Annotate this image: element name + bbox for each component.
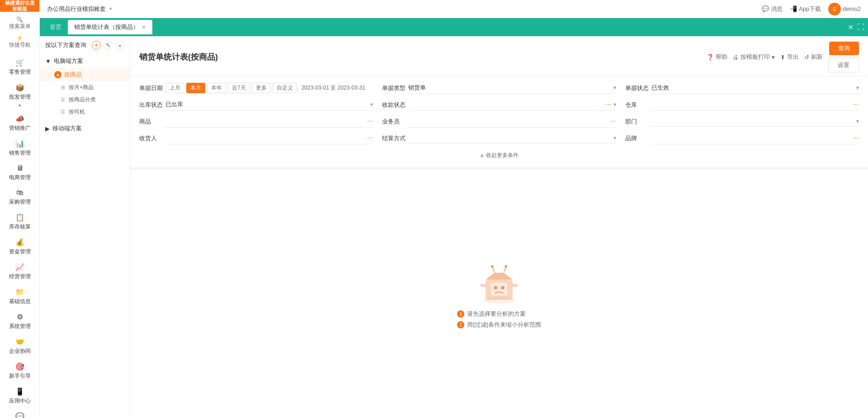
export-btn[interactable]: ⬆ 导出 xyxy=(780,53,799,61)
date-filter-item: 单据日期 上月 本月 本年 近7天 更多 自定义 2023-03-01 至 20… xyxy=(139,83,373,93)
goods-control[interactable]: ··· xyxy=(165,115,373,128)
warehouse-dots[interactable]: ··· xyxy=(853,100,859,109)
industry-label: 办公用品行业模拟账套 xyxy=(47,5,106,13)
date-custom[interactable]: 自定义 xyxy=(273,83,297,93)
svg-rect-10 xyxy=(512,284,518,287)
receiver-dots[interactable]: ··· xyxy=(367,134,373,142)
date-last-month[interactable]: 上月 xyxy=(165,83,184,93)
search-menu[interactable]: 🔍 搜索菜单 xyxy=(0,12,39,33)
payment-control[interactable]: ··· ▾ xyxy=(408,99,616,111)
sidebar-item-wholesale[interactable]: 📦 批发管理 ▲ xyxy=(0,80,39,111)
tab-close-btn[interactable]: ✕ xyxy=(142,24,146,30)
scheme-by-month-goods[interactable]: ⊞ 按月+商品 xyxy=(40,81,130,94)
brand-label: 品牌 xyxy=(625,134,648,142)
department-control[interactable]: ▾ xyxy=(651,116,859,127)
sidebar-item-collab[interactable]: 🤝 企业协同 xyxy=(0,334,39,359)
add-scheme-btn[interactable]: + xyxy=(92,41,101,50)
doc-status-control[interactable]: 已生效 ▾ xyxy=(651,82,859,94)
sidebar: 畅捷通好生意 标账版 🔍 搜索菜单 ⚡ 快捷导航 🛒 零售管理 📦 批发管理 ▲… xyxy=(0,0,40,418)
brand-item: 品牌 ··· xyxy=(625,132,859,144)
tab-bar: 首页 销货单统计表（按商品） ✕ ✕ ⛶ xyxy=(40,18,868,36)
sidebar-item-marketing[interactable]: 📣 营销推广 xyxy=(0,111,39,136)
mobile-group-header[interactable]: ▶ 移动端方案 xyxy=(40,122,130,135)
brand-dots[interactable]: ··· xyxy=(853,134,859,142)
receiver-control[interactable]: ··· xyxy=(165,132,373,144)
payment-dots[interactable]: ··· xyxy=(605,100,611,109)
sidebar-item-retail[interactable]: 🛒 零售管理 xyxy=(0,55,39,80)
collapse-filters-btn[interactable]: ∧ 收起更多条件 xyxy=(139,149,859,162)
scheme-by-goods[interactable]: ● 按商品 xyxy=(40,68,130,81)
settings-button[interactable]: 设置 xyxy=(828,58,859,72)
sidebar-item-apps[interactable]: 📱 应用中心 xyxy=(0,384,39,408)
date-this-year[interactable]: 本年 xyxy=(207,83,226,93)
user-menu[interactable]: E demo2 xyxy=(828,3,861,15)
app-download-btn[interactable]: 📲 App下载 xyxy=(790,5,821,13)
sidebar-item-guide[interactable]: 🎯 新手引导 xyxy=(0,359,39,384)
close-window-btn[interactable]: ✕ xyxy=(848,23,854,32)
hint-num-2: 2 xyxy=(457,321,464,328)
brand-control[interactable]: ··· xyxy=(651,132,859,144)
expand-window-btn[interactable]: ⛶ xyxy=(857,23,864,31)
help-icon: ❓ xyxy=(707,54,714,61)
refresh-btn[interactable]: ↺ 刷新 xyxy=(804,53,823,61)
message-btn[interactable]: 💬 消息 xyxy=(762,5,783,13)
right-panel: 销货单统计表(按商品) ❓ 帮助 🖨 按模板打印 ▾ ⬆ 导出 xyxy=(130,36,868,418)
settlement-label: 结算方式 xyxy=(382,134,406,142)
date-7days[interactable]: 近7天 xyxy=(228,83,250,93)
sidebar-item-operations[interactable]: 📈 经营管理 xyxy=(0,259,39,284)
warehouse-label: 仓库 xyxy=(625,101,648,109)
goods-dots[interactable]: ··· xyxy=(367,117,373,125)
app-logo: 畅捷通好生意 标账版 xyxy=(0,0,40,12)
sidebar-item-finance[interactable]: 💰 资金管理 xyxy=(0,234,39,259)
collapse-panel-btn[interactable]: « xyxy=(115,41,124,50)
scheme-by-category[interactable]: ☰ 按商品分类 xyxy=(40,94,130,106)
payment-arrow: ▾ xyxy=(613,101,616,108)
tab-home[interactable]: 首页 xyxy=(43,20,68,34)
sidebar-item-purchase[interactable]: 🛍 采购管理 xyxy=(0,185,39,209)
guide-icon: 🎯 xyxy=(15,362,24,371)
hint-item-2: 2 用[过滤]条件来缩小分析范围 xyxy=(457,321,541,329)
doc-type-control[interactable]: 销货单 ▾ xyxy=(408,82,616,94)
query-button[interactable]: 查询 xyxy=(829,42,859,55)
inventory-icon: 📋 xyxy=(15,213,24,222)
sidebar-item-system[interactable]: ⚙ 系统管理 xyxy=(0,309,39,334)
tab-sales-stats[interactable]: 销货单统计表（按商品） ✕ xyxy=(68,20,152,34)
sidebar-item-basics[interactable]: 📁 基础信息 xyxy=(0,284,39,309)
collab-icon: 🤝 xyxy=(15,337,24,346)
desktop-group-header[interactable]: ▼ 电脑端方案 xyxy=(40,54,130,68)
scheme-by-driver[interactable]: ☰ 按司机 xyxy=(40,106,130,118)
date-label: 单据日期 xyxy=(139,84,163,92)
date-range-text: 2023-03-01 至 2023-03-31 xyxy=(302,84,365,92)
system-icon: ⚙ xyxy=(17,313,23,321)
mobile-scheme-group: ▶ 移动端方案 xyxy=(40,120,130,137)
page-title-bar: 销货单统计表(按商品) ❓ 帮助 🖨 按模板打印 ▾ ⬆ 导出 xyxy=(130,36,868,76)
hint-num-1: 1 xyxy=(457,310,464,318)
industry-dropdown[interactable]: ▾ xyxy=(109,6,112,12)
print-dropdown[interactable]: ▾ xyxy=(772,54,775,61)
help-btn[interactable]: ❓ 帮助 xyxy=(707,53,727,61)
salesman-dots[interactable]: ··· xyxy=(610,117,616,125)
doc-type-value: 销货单 xyxy=(408,84,611,92)
filter-row-4: 收货人 ··· 结算方式 ▾ 品牌 xyxy=(139,132,859,144)
sub-icon-1: ⊞ xyxy=(60,85,66,91)
warehouse-control[interactable]: ··· xyxy=(651,99,859,111)
svg-point-6 xyxy=(491,265,494,268)
outbound-control[interactable]: 已出库 ▾ xyxy=(165,99,373,111)
salesman-control[interactable]: ··· xyxy=(407,115,616,128)
sidebar-item-sales[interactable]: 📊 销售管理 xyxy=(0,136,39,161)
date-more[interactable]: 更多 xyxy=(252,83,271,93)
warehouse-item: 仓库 ··· xyxy=(625,99,859,111)
print-icon: 🖨 xyxy=(733,54,739,61)
settlement-control[interactable]: ▾ xyxy=(408,133,616,143)
print-template-btn[interactable]: 🖨 按模板打印 ▾ xyxy=(733,53,775,61)
date-options: 上月 本月 本年 近7天 更多 自定义 2023-03-01 至 2023-03… xyxy=(165,83,373,93)
edit-scheme-btn[interactable]: ✎ xyxy=(104,41,113,50)
quick-nav[interactable]: ⚡ 快捷导航 xyxy=(0,33,39,51)
panel-actions: + ✎ « xyxy=(92,41,124,50)
sidebar-item-ecommerce[interactable]: 🖥 电商管理 xyxy=(0,161,39,185)
sidebar-item-wechat[interactable]: 💬 企业微信 xyxy=(0,408,39,418)
message-icon: 💬 xyxy=(762,5,769,12)
logo-subtext: 标账版 xyxy=(12,6,27,12)
date-this-month[interactable]: 本月 xyxy=(186,83,205,93)
sidebar-item-inventory[interactable]: 📋 库存核算 xyxy=(0,209,39,234)
